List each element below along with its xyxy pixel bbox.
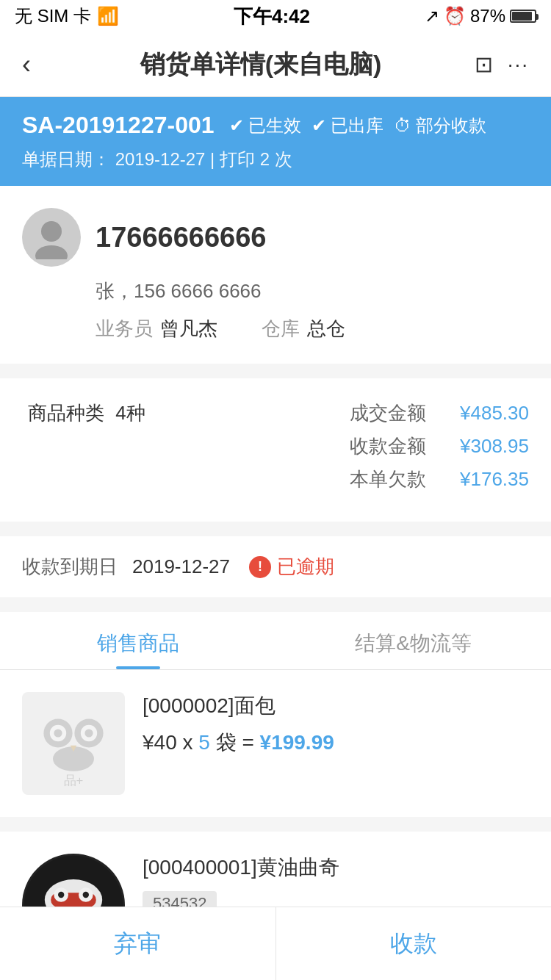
nav-actions: ⊡ ···	[455, 51, 529, 77]
tabs-section: 销售商品 结算&物流等	[0, 612, 551, 670]
customer-phone: 17666666666	[96, 222, 266, 253]
received-value: ¥308.95	[441, 435, 529, 458]
warehouse: 仓库 总仓	[262, 316, 345, 342]
customer-name: 张，156 6666 6666	[22, 278, 529, 304]
customer-top: 17666666666	[22, 208, 529, 267]
order-date-row: 单据日期： 2019-12-27 | 打印 2 次	[22, 148, 529, 171]
svg-point-6	[54, 729, 62, 737]
svg-point-0	[41, 221, 62, 242]
product-name-1: [0000002]面包	[143, 692, 529, 720]
order-banner: SA-20191227-001 ✔ 已生效 ✔ 已出库 ⏱ 部分收款 单据日期：…	[0, 97, 551, 186]
battery-percent: 87%	[470, 6, 505, 26]
received-label: 收款金额	[350, 433, 426, 459]
owed-label: 本单欠款	[350, 466, 426, 492]
status-badges: ✔ 已生效 ✔ 已出库 ⏱ 部分收款	[229, 114, 486, 137]
cancel-review-button[interactable]: 弃审	[0, 907, 276, 980]
overdue-badge: ! 已逾期	[249, 554, 334, 580]
category-info: 商品种类 4种	[22, 400, 145, 426]
svg-text:品+: 品+	[64, 774, 84, 788]
collect-payment-button[interactable]: 收款	[276, 907, 552, 980]
product-price-row-1: ¥40 x 5 袋 = ¥199.99	[143, 729, 529, 757]
nav-bar: ‹ 销货单详情(来自电脑) ⊡ ···	[0, 32, 551, 97]
location-icon: ↗	[425, 6, 439, 26]
sales-value: 曾凡杰	[160, 316, 217, 342]
page-title: 销货单详情(来自电脑)	[66, 48, 455, 82]
share-button[interactable]: ⊡	[475, 51, 493, 77]
tab-sales-products[interactable]: 销售商品	[0, 612, 276, 669]
carrier-text: 无 SIM 卡	[15, 4, 91, 28]
svg-point-1	[35, 245, 68, 259]
status-badge-shipped: ✔ 已出库	[311, 114, 383, 137]
due-date-label: 收款到期日	[22, 554, 118, 580]
received-row: 收款金额 ¥308.95	[350, 433, 529, 459]
status-badge-effective: ✔ 已生效	[229, 114, 301, 137]
warehouse-label: 仓库	[262, 316, 300, 342]
customer-meta: 业务员 曾凡杰 仓库 总仓	[22, 316, 529, 342]
clock-icon: ⏱	[394, 115, 411, 136]
order-summary: 商品种类 4种 成交金额 ¥485.30 收款金额 ¥308.95 本单欠款 ¥…	[0, 378, 551, 522]
amount-label: 成交金额	[350, 400, 426, 426]
sales-person: 业务员 曾凡杰	[96, 316, 217, 342]
amount-value: ¥485.30	[441, 402, 529, 425]
svg-point-7	[84, 729, 93, 737]
overdue-text: 已逾期	[277, 554, 334, 580]
warehouse-value: 总仓	[307, 316, 345, 342]
product-total-1: ¥199.99	[260, 731, 334, 754]
amount-row: 成交金额 ¥485.30	[350, 400, 529, 426]
status-left: 无 SIM 卡 📶	[15, 4, 119, 28]
product-image-1: 品+	[22, 692, 125, 795]
summary-right: 成交金额 ¥485.30 收款金额 ¥308.95 本单欠款 ¥176.35	[350, 400, 529, 500]
svg-point-16	[58, 892, 64, 898]
svg-point-17	[83, 892, 89, 898]
tabs-row: 销售商品 结算&物流等	[0, 612, 551, 669]
status-badge-partial: ⏱ 部分收款	[394, 114, 486, 137]
customer-section: 17666666666 张，156 6666 6666 业务员 曾凡杰 仓库 总…	[0, 186, 551, 364]
product-item: 品+ [0000002]面包 ¥40 x 5 袋 = ¥199.99	[0, 670, 551, 817]
more-button[interactable]: ···	[508, 53, 529, 76]
check-icon-1: ✔	[229, 115, 244, 136]
check-icon-2: ✔	[311, 115, 326, 136]
order-id-row: SA-20191227-001 ✔ 已生效 ✔ 已出库 ⏱ 部分收款	[22, 112, 529, 139]
back-button[interactable]: ‹	[22, 49, 66, 80]
owed-value: ¥176.35	[441, 468, 529, 491]
wifi-icon: 📶	[97, 6, 119, 26]
summary-left: 商品种类 4种	[22, 400, 145, 430]
due-date-value: 2019-12-27	[132, 555, 230, 578]
status-right: ↗ ⏰ 87%	[425, 6, 536, 26]
product-qty-1: 5	[198, 731, 210, 754]
due-date-section: 收款到期日 2019-12-27 ! 已逾期	[0, 536, 551, 597]
tab-settlement[interactable]: 结算&物流等	[276, 612, 551, 669]
sales-label: 业务员	[96, 316, 153, 342]
overdue-icon: !	[249, 556, 271, 578]
product-info-1: [0000002]面包 ¥40 x 5 袋 = ¥199.99	[143, 692, 529, 757]
bottom-bar: 弃审 收款	[0, 907, 551, 980]
alarm-icon: ⏰	[444, 6, 466, 26]
order-id: SA-20191227-001	[22, 112, 215, 139]
time-display: 下午4:42	[234, 4, 310, 29]
avatar	[22, 208, 81, 267]
status-bar: 无 SIM 卡 📶 下午4:42 ↗ ⏰ 87%	[0, 0, 551, 32]
owed-row: 本单欠款 ¥176.35	[350, 466, 529, 492]
battery-icon	[510, 10, 536, 23]
product-name-2: [000400001]黄油曲奇	[143, 854, 529, 882]
